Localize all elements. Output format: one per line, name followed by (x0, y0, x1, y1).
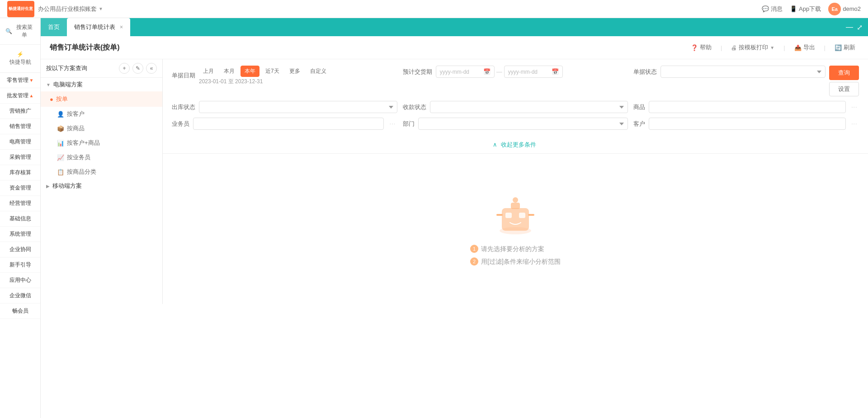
divider1: | (721, 44, 722, 51)
settings-button[interactable]: 设置 (829, 82, 859, 96)
expected-date-inputs: yyyy-mm-dd 📅 — yyyy-mm-dd 📅 (436, 66, 563, 78)
date-tab-last-month[interactable]: 上月 (199, 66, 218, 77)
step1-label: 请先选择要分析的方案 (481, 242, 544, 255)
finance-label: 资金管理 (9, 185, 31, 191)
settings-label: 设置 (838, 86, 850, 92)
sidebar-item-purchase[interactable]: 采购管理 (0, 150, 40, 165)
print-label: 按模板打印 (739, 43, 768, 52)
main-layout: 🔍 搜索菜单 ⚡ 快捷导航 零售管理 ▼ 批发管理 ▲ 营销推广 销售管理 电商… (0, 18, 868, 418)
date-tab-7days[interactable]: 近7天 (261, 66, 283, 77)
collapse-panel-button[interactable]: « (146, 63, 157, 74)
payment-status-select[interactable] (430, 101, 628, 113)
window-minimize-icon[interactable]: — (846, 23, 853, 31)
wholesale-arrow-icon: ▲ (29, 93, 34, 98)
tab-close-icon[interactable]: × (120, 24, 123, 30)
scheme-item-by-customer[interactable]: 👤 按客户 (41, 107, 162, 121)
sidebar-item-sales[interactable]: 销售管理 (0, 119, 40, 134)
tab-home[interactable]: 首页 (41, 18, 67, 36)
refresh-label: 刷新 (844, 43, 855, 52)
tab-home-label: 首页 (48, 23, 60, 31)
date-tab-custom[interactable]: 自定义 (306, 66, 330, 77)
scheme-item-by-salesperson[interactable]: 📈 按业务员 (41, 150, 162, 165)
sidebar-item-enterprise[interactable]: 企业协同 (0, 242, 40, 257)
help-button[interactable]: ❓ 帮助 (687, 42, 715, 53)
goods-input[interactable] (649, 101, 845, 113)
filter-row-1: 单据日期 上月 本月 本年 近7天 更多 自定义 (163, 59, 868, 96)
print-button[interactable]: 🖨 按模板打印 ▼ (727, 42, 778, 53)
sidebar-item-operations[interactable]: 经营管理 (0, 196, 40, 211)
add-scheme-button[interactable]: + (119, 63, 130, 74)
sidebar: 🔍 搜索菜单 ⚡ 快捷导航 零售管理 ▼ 批发管理 ▲ 营销推广 销售管理 电商… (0, 18, 41, 418)
marketing-label: 营销推广 (9, 108, 31, 114)
salesperson-more-icon[interactable]: ··· (387, 120, 397, 128)
collapse-filters-button[interactable]: ∧ 收起更多条件 (163, 136, 868, 154)
retail-label: 零售管理 (7, 76, 28, 84)
sidebar-item-basic[interactable]: 基础信息 (0, 211, 40, 227)
page-title: 销售订单统计表(按单) (50, 43, 120, 52)
search-menu-button[interactable]: 🔍 搜索菜单 (4, 22, 37, 41)
export-button[interactable]: 📤 导出 (791, 42, 819, 53)
bill-status-select[interactable] (660, 66, 826, 78)
app-download-button[interactable]: 📱 App下载 (790, 5, 821, 13)
message-button[interactable]: 💬 消息 (762, 5, 783, 13)
edit-scheme-button[interactable]: ✎ (132, 63, 143, 74)
customer-more-icon[interactable]: ··· (849, 120, 859, 128)
scheme-item-by-goods-category[interactable]: 📋 按商品分类 (41, 165, 162, 179)
date-tabs: 上月 本月 本年 近7天 更多 自定义 (199, 66, 397, 77)
filter-customer: 客户 ··· (633, 118, 859, 130)
scheme-item-by-goods[interactable]: 📦 按商品 (41, 121, 162, 136)
customer-scheme-icon: 👤 (57, 111, 64, 118)
department-select[interactable] (418, 118, 628, 130)
sidebar-item-ecommerce[interactable]: 电商管理 (0, 134, 40, 150)
salesperson-input[interactable] (193, 118, 384, 130)
divider2: | (783, 44, 785, 51)
scheme-item-by-customer-goods[interactable]: 📊 按客户+商品 (41, 136, 162, 150)
divider3: | (824, 44, 826, 51)
goods-scheme-icon: 📦 (57, 125, 64, 132)
sidebar-item-retail[interactable]: 零售管理 ▼ (0, 73, 40, 88)
sidebar-item-member[interactable]: 畅会员 (0, 304, 40, 319)
step1-num: 1 (470, 245, 478, 253)
mobile-group-label: 移动端方案 (52, 182, 82, 190)
help-icon: ❓ (691, 44, 698, 51)
customer-input[interactable] (649, 118, 845, 130)
search-label: 查询 (838, 69, 850, 76)
window-maximize-icon[interactable]: ⤢ (857, 23, 863, 32)
filter-delivery-status: 出库状态 (172, 101, 397, 113)
search-menu-label: 搜索菜单 (14, 24, 35, 39)
workspace-selector[interactable]: 办公用品行业模拟账套 ▼ (38, 5, 103, 13)
date-tab-this-year[interactable]: 本年 (241, 66, 259, 77)
search-btn-area: 查询 设置 (829, 66, 859, 96)
app-download-label: App下载 (799, 5, 821, 13)
user-menu[interactable]: Ea demo2 (828, 3, 861, 15)
sidebar-item-quick-nav[interactable]: ⚡ 快捷导航 (0, 48, 40, 70)
sidebar-item-inventory[interactable]: 库存核算 (0, 165, 40, 180)
salesperson-label: 业务员 (172, 120, 189, 128)
expected-date-start[interactable]: yyyy-mm-dd 📅 (436, 66, 495, 78)
sidebar-item-newuser[interactable]: 新手引导 (0, 257, 40, 273)
workspace-arrow-icon: ▼ (99, 6, 103, 11)
sidebar-item-finance[interactable]: 资金管理 (0, 180, 40, 196)
refresh-button[interactable]: 🔄 刷新 (831, 42, 859, 53)
sidebar-item-system[interactable]: 系统管理 (0, 227, 40, 242)
mobile-group-header[interactable]: ▶ 移动端方案 (41, 179, 162, 193)
tab-sales-order[interactable]: 销售订单统计表 × (67, 18, 130, 36)
search-button[interactable]: 查询 (829, 66, 859, 80)
date-tab-more[interactable]: 更多 (285, 66, 304, 77)
pc-group-header[interactable]: ▼ 电脑端方案 (41, 78, 162, 91)
topbar-left: 畅捷通好生意 办公用品行业模拟账套 ▼ (7, 1, 103, 17)
date-tab-this-month[interactable]: 本月 (220, 66, 239, 77)
content-area: 首页 销售订单统计表 × — ⤢ 销售订单统计表(按单) ❓ (41, 18, 868, 418)
sidebar-item-appcenter[interactable]: 应用中心 (0, 273, 40, 288)
scheme-item-by-order[interactable]: ● 按单 (41, 91, 162, 107)
svg-rect-1 (502, 208, 529, 231)
sidebar-item-wechat[interactable]: 企业微信 (0, 288, 40, 304)
delivery-status-select[interactable] (199, 101, 397, 113)
expected-date-end[interactable]: yyyy-mm-dd 📅 (504, 66, 563, 78)
salesperson-scheme-icon: 📈 (57, 154, 64, 161)
svg-rect-4 (511, 203, 520, 209)
sidebar-item-wholesale[interactable]: 批发管理 ▲ (0, 88, 40, 104)
empty-state: 1 请先选择要分析的方案 2 用[过滤]条件来缩小分析范围 (163, 154, 868, 304)
goods-more-icon[interactable]: ··· (849, 103, 859, 111)
sidebar-item-marketing[interactable]: 营销推广 (0, 104, 40, 119)
